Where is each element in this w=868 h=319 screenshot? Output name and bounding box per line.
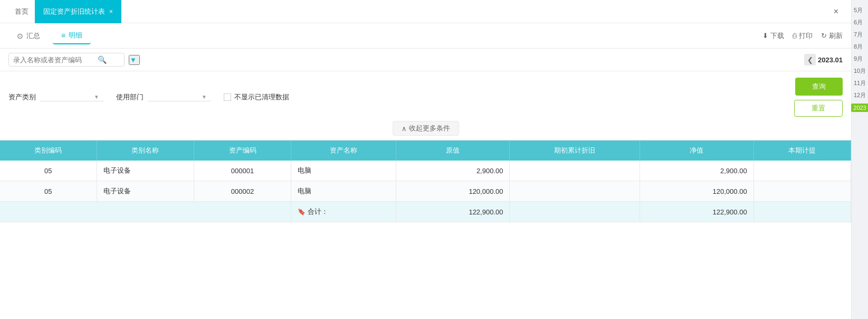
table-row: 05 电子设备 000002 电脑 120,000.00 120,000.00: [0, 181, 851, 202]
summary-label-cell: [0, 202, 291, 222]
cell-original-value: 120,000.00: [396, 181, 510, 202]
tab-detail[interactable]: ≡ 明细: [53, 27, 91, 44]
tab-detail-label: 明细: [69, 31, 82, 40]
asset-category-arrow-icon: ▼: [94, 94, 99, 100]
more-filter-button[interactable]: ▼: [129, 55, 140, 65]
period-display: 2023.01: [818, 56, 843, 64]
download-button[interactable]: ⬇ 下载: [762, 31, 784, 41]
collapse-filter-button[interactable]: ∧ 收起更多条件: [393, 121, 459, 136]
cell-asset-name: 电脑: [291, 161, 396, 181]
year-badge: 2023: [851, 104, 868, 112]
tab-summary[interactable]: ⊙ 汇总: [8, 28, 49, 44]
assets-table: 类别编码 类别名称 资产编码 资产名称 原值 期初累计折旧 净值 本期计提 05…: [0, 140, 851, 222]
cell-original-value: 2,900.00: [396, 161, 510, 181]
department-arrow-icon: ▼: [202, 94, 207, 100]
cell-category-name: 电子设备: [97, 161, 194, 181]
sidebar-month-item[interactable]: 7月: [854, 29, 866, 41]
collapse-label: 收起更多条件: [409, 124, 450, 133]
cell-net-value: 120,000.00: [640, 181, 754, 202]
summary-original-value: 122,900.00: [396, 202, 510, 222]
cell-current-depreciation: [753, 181, 851, 202]
filter-icon: ▼: [130, 56, 137, 64]
print-icon: ⎙: [793, 32, 797, 40]
summary-icon: ⊙: [17, 32, 23, 40]
nav-tab-close-icon[interactable]: ×: [109, 8, 113, 15]
th-asset-code: 资产编码: [194, 140, 291, 161]
th-category-code: 类别编码: [0, 140, 97, 161]
period-prev-button[interactable]: ❮: [804, 54, 816, 65]
th-net-value: 净值: [640, 140, 754, 161]
refresh-icon: ↻: [821, 32, 827, 40]
right-sidebar: 5月6月7月8月9月10月11月12月 2023: [851, 0, 868, 319]
cell-asset-name: 电脑: [291, 181, 396, 202]
summary-icon: 🔖: [298, 208, 306, 215]
cell-current-depreciation: [753, 161, 851, 181]
tab-summary-label: 汇总: [26, 31, 40, 41]
refresh-label: 刷新: [829, 31, 843, 41]
asset-category-label: 资产类别: [8, 92, 36, 102]
reset-button[interactable]: 重置: [794, 100, 843, 117]
cell-accumulated-depreciation: [510, 161, 640, 181]
nav-tab-fixed-assets[interactable]: 固定资产折旧统计表 ×: [35, 0, 121, 23]
cell-accumulated-depreciation: [510, 181, 640, 202]
query-button[interactable]: 查询: [795, 78, 843, 96]
sidebar-month-item[interactable]: 9月: [854, 53, 866, 65]
th-category-name: 类别名称: [97, 140, 194, 161]
asset-category-select[interactable]: ▼: [40, 93, 103, 101]
department-label: 使用部门: [116, 92, 144, 102]
sidebar-month-item[interactable]: 5月: [854, 4, 866, 16]
nav-tab-label: 固定资产折旧统计表: [43, 7, 105, 16]
sidebar-month-item[interactable]: 11月: [854, 77, 866, 89]
nav-home[interactable]: 首页: [8, 7, 35, 16]
table-row: 05 电子设备 000001 电脑 2,900.00 2,900.00: [0, 161, 851, 181]
hide-cleared-filter[interactable]: 不显示已清理数据: [224, 92, 289, 102]
collapse-icon: ∧: [402, 125, 407, 133]
search-icon: 🔍: [98, 55, 107, 64]
summary-accumulated-depreciation: [510, 202, 640, 222]
cell-asset-code: 000002: [194, 181, 291, 202]
th-accumulated-depreciation: 期初累计折旧: [510, 140, 640, 161]
hide-cleared-checkbox[interactable]: [224, 93, 231, 101]
hide-cleared-label: 不显示已清理数据: [234, 92, 289, 102]
window-close-button[interactable]: ×: [829, 5, 843, 18]
sidebar-month-item[interactable]: 8月: [854, 41, 866, 53]
detail-icon: ≡: [61, 31, 65, 40]
th-original-value: 原值: [396, 140, 510, 161]
th-asset-name: 资产名称: [291, 140, 396, 161]
th-current-depreciation: 本期计提: [753, 140, 851, 161]
cell-category-code: 05: [0, 181, 97, 202]
print-label: 打印: [799, 31, 813, 41]
summary-net-value: 122,900.00: [640, 202, 754, 222]
cell-net-value: 2,900.00: [640, 161, 754, 181]
refresh-button[interactable]: ↻ 刷新: [821, 31, 843, 41]
cell-category-name: 电子设备: [97, 181, 194, 202]
sidebar-month-item[interactable]: 6月: [854, 16, 866, 29]
table-header-row: 类别编码 类别名称 资产编码 资产名称 原值 期初累计折旧 净值 本期计提: [0, 140, 851, 161]
search-box[interactable]: 🔍: [8, 53, 125, 67]
print-button[interactable]: ⎙ 打印: [793, 31, 813, 41]
sidebar-month-item[interactable]: 10月: [854, 65, 866, 77]
download-icon: ⬇: [762, 32, 768, 40]
asset-category-filter: 资产类别 ▼: [8, 92, 103, 102]
period-navigator: ❮ 2023.01: [804, 54, 843, 65]
download-label: 下载: [770, 31, 784, 41]
sidebar-month-item[interactable]: 12月: [854, 89, 866, 101]
department-select[interactable]: ▼: [148, 93, 211, 101]
cell-asset-code: 000001: [194, 161, 291, 181]
summary-label: 🔖合计：: [291, 202, 396, 222]
department-filter: 使用部门 ▼: [116, 92, 211, 102]
cell-category-code: 05: [0, 161, 97, 181]
summary-current-depreciation: [753, 202, 851, 222]
search-input[interactable]: [13, 56, 98, 64]
table-summary-row: 🔖合计： 122,900.00 122,900.00: [0, 202, 851, 222]
data-table-wrap: 类别编码 类别名称 资产编码 资产名称 原值 期初累计折旧 净值 本期计提 05…: [0, 140, 851, 319]
